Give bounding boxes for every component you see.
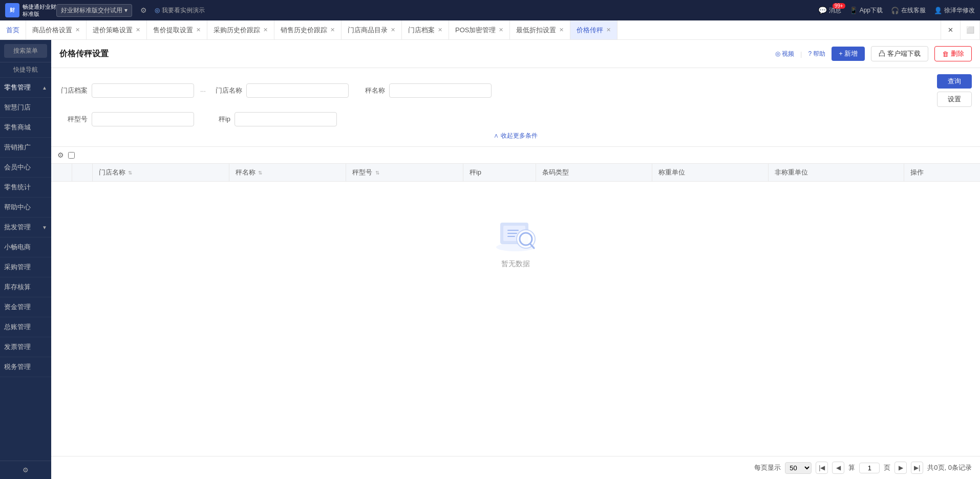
tab-purchase-history[interactable]: 采购历史价跟踪 ✕ [207,20,274,40]
video-link[interactable]: ◎ 视频 [775,50,794,58]
table-scroll[interactable]: 门店名称 ⇅ 秤名称 ⇅ 秤型号 ⇅ [51,164,980,456]
tab-close-button[interactable]: ✕ [941,20,961,40]
close-sale-extract-icon[interactable]: ✕ [196,27,201,33]
quick-nav-button[interactable]: 快捷导航 [0,62,51,78]
top-bar: 财 畅捷通好业财 标准版 好业财标准版交付试用 ▾ ⚙ ◎ 我要看实例演示 💬 … [0,0,980,20]
sidebar-item-marketing[interactable]: 营销推广 [0,138,51,158]
version-selector[interactable]: 好业财标准版交付试用 ▾ [56,4,132,17]
per-page-select[interactable]: 50 10 20 100 [785,462,812,474]
close-goods-price-icon[interactable]: ✕ [75,27,80,33]
store-file-input[interactable] [92,83,194,98]
tab-store-file[interactable]: 门店档案 ✕ [402,20,449,40]
close-store-file-icon[interactable]: ✕ [438,27,442,33]
th-scale-model[interactable]: 秤型号 ⇅ [346,164,463,182]
close-price-scale-icon[interactable]: ✕ [606,27,611,33]
store-name-input[interactable] [246,83,349,98]
delete-button[interactable]: 🗑 删除 [934,46,972,61]
table-settings-icon[interactable]: ⚙ [57,151,64,159]
page-number-input[interactable] [859,463,880,473]
sort-scale-name-icon: ⇅ [258,170,262,176]
sidebar-item-wholesale-mgmt[interactable]: 批发管理 ▼ [0,217,51,237]
prev-page-button[interactable]: ◀ [832,462,844,474]
sidebar-item-purchase-mgmt[interactable]: 采购管理 [0,257,51,277]
table-container: ⚙ 门店名称 ⇅ 秤名称 [51,147,980,456]
empty-text: 暂无数据 [501,259,530,269]
top-settings-button[interactable]: ⚙ [136,3,151,17]
download-button[interactable]: 凸 客户端下载 [871,46,928,61]
tab-price-scale[interactable]: 价格传秤 ✕ [570,20,617,40]
close-min-discount-icon[interactable]: ✕ [559,27,564,33]
sidebar-item-xiaochang-ec[interactable]: 小畅电商 [0,237,51,257]
th-non-weight-unit: 非称重单位 [768,164,904,182]
filter-row-1: 门店档案 ··· 门店名称 秤名称 查询 设置 [59,74,972,107]
tab-store-catalog[interactable]: 门店商品目录 ✕ [342,20,402,40]
sidebar-item-retail-mall[interactable]: 零售商城 [0,118,51,138]
sidebar-item-invoice-mgmt[interactable]: 发票管理 [0,337,51,357]
delete-icon: 🗑 [942,50,949,58]
sidebar-item-tax-mgmt[interactable]: 税务管理 [0,357,51,377]
scale-name-input[interactable] [389,83,492,98]
th-store-name[interactable]: 门店名称 ⇅ [92,164,229,182]
message-button[interactable]: 💬 消息 99+ [818,6,841,15]
sidebar-item-retail-mgmt[interactable]: 零售管理 ▲ [0,78,51,98]
demo-button[interactable]: ◎ 我要看实例演示 [155,6,205,15]
wholesale-mgmt-arrow-icon: ▼ [42,225,47,230]
store-file-dots[interactable]: ··· [200,87,206,95]
close-purchase-history-icon[interactable]: ✕ [263,27,268,33]
page-header: 价格传秤设置 ◎ 视频 | ? 帮助 + 新增 凸 客户端下载 🗑 删除 [51,40,980,68]
online-service-button[interactable]: 🎧 在线客服 [891,6,926,15]
tab-purchase-strategy[interactable]: 进价策略设置 ✕ [87,20,147,40]
top-right: 💬 消息 99+ 📱 App下载 🎧 在线客服 👤 徐泽华修改 [818,6,975,15]
sidebar-item-finance[interactable]: 资金管理 [0,297,51,317]
tab-home[interactable]: 首页 [0,20,26,40]
set-button[interactable]: 设置 [937,92,972,107]
table-toolbar: ⚙ [51,147,980,164]
tab-bar: 首页 商品价格设置 ✕ 进价策略设置 ✕ 售价提取设置 ✕ 采购历史价跟踪 ✕ … [0,20,980,40]
page-header-right: ◎ 视频 | ? 帮助 + 新增 凸 客户端下载 🗑 删除 [775,46,972,61]
last-page-button[interactable]: ▶| [911,462,923,474]
user-avatar-button[interactable]: 👤 徐泽华修改 [934,6,975,15]
sidebar-item-retail-stats[interactable]: 零售统计 [0,178,51,198]
th-scale-name[interactable]: 秤名称 ⇅ [229,164,346,182]
next-page-button[interactable]: ▶ [894,462,907,474]
message-badge: 99+ [833,3,845,9]
tab-bar-right: ✕ ⬜ [941,20,980,40]
close-purchase-strategy-icon[interactable]: ✕ [136,27,140,33]
help-link[interactable]: ? 帮助 [808,50,825,58]
tab-pos-manage[interactable]: POS加密管理 ✕ [449,20,510,40]
sort-store-name-icon: ⇅ [128,170,132,176]
scale-model-input[interactable] [92,112,194,126]
tab-goods-price[interactable]: 商品价格设置 ✕ [26,20,87,40]
total-info: 共0页, 0条记录 [927,463,972,472]
tab-sale-extract[interactable]: 售价提取设置 ✕ [147,20,207,40]
filter-area: 门店档案 ··· 门店名称 秤名称 查询 设置 [51,68,980,147]
app-download-button[interactable]: 📱 App下载 [849,6,883,15]
first-page-button[interactable]: |◀ [816,462,828,474]
collapse-button[interactable]: ∧ 收起更多条件 [494,132,537,140]
scale-ip-input[interactable] [235,112,337,126]
sidebar-item-inventory[interactable]: 库存核算 [0,277,51,297]
sidebar-settings-button[interactable]: ⚙ [0,461,51,479]
sidebar-item-help-center[interactable]: 帮助中心 [0,198,51,217]
th-settings [51,164,72,182]
search-menu-button[interactable]: 搜索菜单 [4,44,47,58]
add-button[interactable]: + 新增 [832,47,865,61]
sort-scale-model-icon: ⇅ [375,170,379,176]
sidebar-item-smart-store[interactable]: 智慧门店 [0,98,51,118]
logo-text: 畅捷通好业财 标准版 [23,3,56,18]
close-store-catalog-icon[interactable]: ✕ [391,27,395,33]
sidebar-item-member-center[interactable]: 会员中心 [0,158,51,178]
tab-maximize-button[interactable]: ⬜ [961,20,980,40]
tab-sale-history[interactable]: 销售历史价跟踪 ✕ [274,20,342,40]
close-pos-manage-icon[interactable]: ✕ [499,27,503,33]
th-scale-ip: 秤ip [463,164,536,182]
close-sale-history-icon[interactable]: ✕ [330,27,335,33]
data-table: 门店名称 ⇅ 秤名称 ⇅ 秤型号 ⇅ [51,164,980,182]
select-all-checkbox[interactable] [68,152,75,159]
tab-min-discount[interactable]: 最低折扣设置 ✕ [510,20,570,40]
empty-icon [490,212,541,253]
scale-model-filter: 秤型号 [59,112,194,126]
sidebar-search: 搜索菜单 [0,40,51,62]
sidebar-item-general-ledger[interactable]: 总账管理 [0,317,51,337]
query-button[interactable]: 查询 [937,74,972,89]
